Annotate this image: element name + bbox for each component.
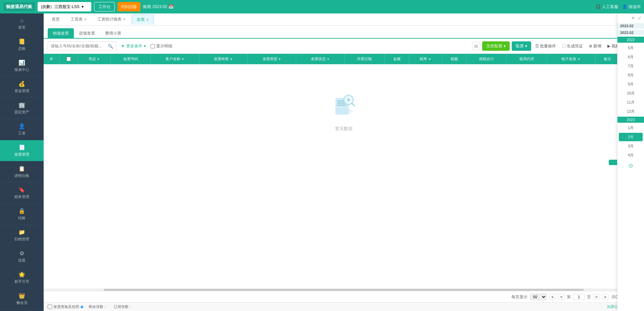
- year-divider-2023: 2023: [617, 117, 644, 123]
- close-payroll-stats-tab[interactable]: ✕: [123, 17, 126, 21]
- status-dot: [81, 306, 83, 308]
- filter-icon[interactable]: ▼: [577, 57, 580, 61]
- month-12[interactable]: 12月: [619, 107, 643, 116]
- panel-minimize-button[interactable]: ✕: [631, 15, 636, 21]
- horizontal-scrollbar[interactable]: [44, 288, 644, 291]
- sidebar-item-reports[interactable]: 📊 报表中心: [0, 55, 44, 77]
- filter-icon[interactable]: ▼: [327, 57, 330, 61]
- month-7[interactable]: 7月: [619, 62, 643, 70]
- panel-expand-button[interactable]: ⤢: [637, 15, 642, 21]
- period-entry-2[interactable]: 2023.02: [617, 30, 644, 35]
- month-9[interactable]: 9月: [619, 80, 643, 88]
- last-page-button[interactable]: »: [602, 294, 609, 300]
- tab-invoice[interactable]: 发票 ✕: [132, 14, 154, 25]
- month-11[interactable]: 11月: [619, 98, 643, 107]
- month-2023-3[interactable]: 3月: [619, 142, 643, 150]
- sidebar-item-invoice[interactable]: 🧾 发票管理: [0, 140, 44, 161]
- search-icon[interactable]: 🔍: [108, 44, 113, 49]
- closing-icon: 🔒: [18, 208, 25, 214]
- sidebar-item-ledger[interactable]: 📒 总账: [0, 34, 44, 55]
- remaining-count-item: 剩余张数：: [89, 304, 108, 309]
- sidebar-item-settings[interactable]: ⚙ 设置: [0, 246, 44, 267]
- sidebar-item-home[interactable]: ⌂ 首页: [0, 13, 44, 34]
- first-page-button[interactable]: «: [549, 294, 556, 300]
- sidebar-item-sales[interactable]: 📋 进销台账: [0, 161, 44, 183]
- tab-payroll-stats[interactable]: 工资统计报表 ✕: [93, 14, 130, 24]
- col-invoice-no: 发票号码: [111, 54, 151, 64]
- headset-icon: 🎧: [596, 4, 601, 9]
- panel-controls: ✕ ⤢: [617, 13, 644, 23]
- month-2023-4[interactable]: 4月: [619, 151, 643, 159]
- search-box[interactable]: 🔍: [48, 41, 116, 51]
- page-number-input[interactable]: [573, 294, 585, 300]
- sidebar-item-label: 固定资产: [14, 110, 29, 115]
- top-bar-right: 🎧 人工客服 👤 徐溢华: [596, 4, 641, 10]
- col-settings[interactable]: ⚙: [44, 54, 59, 64]
- customer-service-button[interactable]: 🎧 人工客服: [596, 4, 618, 10]
- sidebar-item-payroll[interactable]: 👤 工资: [0, 119, 44, 140]
- col-tax-code: 税局代开: [507, 54, 547, 64]
- company-selector[interactable]: (勿删）江西股宝-LSS ▾: [38, 2, 91, 11]
- tab-home[interactable]: 首页: [47, 14, 64, 24]
- calendar-toggle-icon[interactable]: ⊙: [629, 162, 633, 169]
- user-profile[interactable]: 👤 徐溢华: [622, 4, 641, 10]
- sidebar-item-funds[interactable]: 💰 资金管理: [0, 77, 44, 98]
- more-filter-button[interactable]: ▼ 更多条件 ▾: [119, 42, 148, 50]
- search-input[interactable]: [51, 44, 108, 48]
- select-all-checkbox[interactable]: [66, 57, 71, 61]
- month-8[interactable]: 8月: [619, 71, 643, 79]
- detail-checkbox-label[interactable]: 显示明细: [150, 43, 172, 49]
- per-page-select[interactable]: 10 20 50 100: [530, 294, 547, 300]
- detail-checkbox[interactable]: [150, 44, 155, 48]
- col-invoice-category: 发票类型▼: [247, 54, 296, 64]
- sidebar-item-label: 资金管理: [14, 88, 29, 93]
- filter-icon[interactable]: ▼: [97, 57, 100, 61]
- close-payroll-table-tab[interactable]: ✕: [84, 17, 87, 21]
- payroll-icon: 👤: [18, 123, 25, 129]
- gen-voucher-button[interactable]: ⬚ 生成凭证: [560, 42, 585, 50]
- sub-tabs: 销项发票 进项发票 费用小票: [44, 26, 644, 39]
- close-invoice-tab[interactable]: ✕: [146, 18, 149, 22]
- svg-rect-3: [337, 103, 344, 104]
- col-invoice-type: 发票种类▼: [199, 54, 247, 64]
- grid-view-icon[interactable]: ⊞: [472, 42, 480, 50]
- svg-point-8: [347, 98, 350, 102]
- workbench-button[interactable]: 工作台: [94, 2, 115, 11]
- month-5[interactable]: 5月: [619, 44, 643, 52]
- dropdown-icon: ▾: [525, 44, 527, 48]
- month-2023-1[interactable]: 1月: [619, 124, 643, 132]
- filter-icon[interactable]: ▼: [181, 57, 184, 61]
- col-checkbox[interactable]: [59, 54, 78, 64]
- new-invoice-button[interactable]: ⊕ 新增: [587, 42, 603, 50]
- month-2023-2[interactable]: 2月: [619, 133, 643, 141]
- sidebar-item-closing[interactable]: 🔒 结账: [0, 204, 44, 225]
- sidebar-item-label: 首页: [18, 25, 26, 30]
- take-ticket-button[interactable]: 取票 ▾: [512, 41, 531, 51]
- month-10[interactable]: 10月: [619, 89, 643, 98]
- switch-version-button[interactable]: 切到旧版: [118, 2, 140, 11]
- sidebar-item-guide[interactable]: 🌟 新手引导: [0, 267, 44, 288]
- sidebar-item-label: 工资: [18, 131, 26, 136]
- prev-page-button[interactable]: <: [558, 294, 565, 300]
- filter-icon[interactable]: ▼: [230, 57, 233, 61]
- chevron-down-icon: ▾: [82, 4, 84, 9]
- month-6[interactable]: 6月: [619, 53, 643, 61]
- batch-op-button[interactable]: ☰ 批量操作: [533, 42, 558, 50]
- sub-tab-expense-receipt[interactable]: 费用小票: [100, 28, 126, 39]
- next-page-button[interactable]: >: [593, 294, 600, 300]
- open-period-button[interactable]: 开账日期: [609, 160, 617, 165]
- tab-payroll-table[interactable]: 工资表 ✕: [66, 14, 91, 24]
- sub-tab-purchase-invoice[interactable]: 进项发票: [74, 28, 100, 39]
- verify-checkbox[interactable]: [48, 305, 52, 309]
- filter-icon[interactable]: ▼: [428, 57, 431, 61]
- no-voucher-button[interactable]: 无凭取票 ▾: [482, 41, 510, 51]
- sidebar-item-assets[interactable]: 🏢 固定资产: [0, 98, 44, 119]
- sub-tab-sales-invoice[interactable]: 销项发票: [48, 28, 74, 39]
- sidebar-item-tax[interactable]: 🔖 税务管理: [0, 183, 44, 204]
- sidebar-item-archive[interactable]: 📁 归档管理: [0, 225, 44, 246]
- filter-icon[interactable]: ▼: [278, 57, 281, 61]
- period-entry-1[interactable]: 2023.02: [617, 23, 644, 29]
- tab-bar: 首页 工资表 ✕ 工资统计报表 ✕ 发票 ✕: [44, 13, 644, 26]
- sidebar-item-member[interactable]: 👑 畅会员: [0, 288, 44, 310]
- scrollbar-thumb[interactable]: [104, 289, 584, 291]
